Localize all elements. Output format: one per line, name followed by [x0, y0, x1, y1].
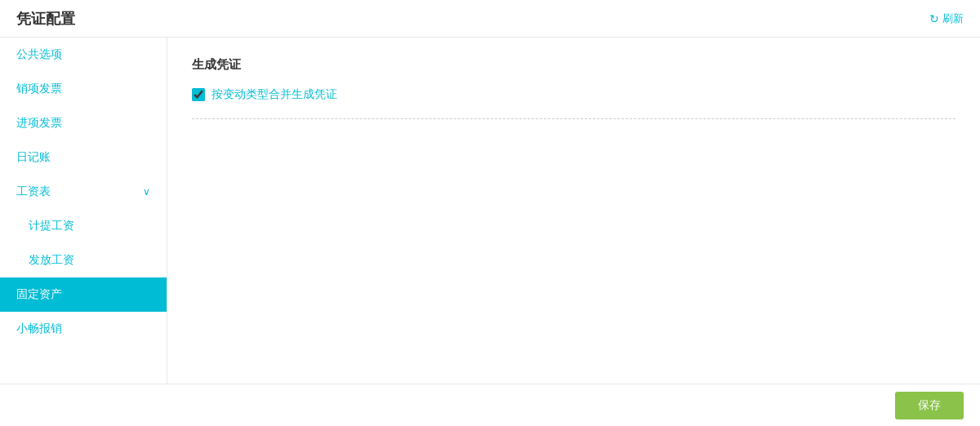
- page-title: 凭证配置: [16, 9, 75, 29]
- sidebar-item-label: 公共选项: [16, 47, 62, 62]
- refresh-button[interactable]: ↻ 刷新: [929, 11, 964, 26]
- sidebar-item-pay-payroll[interactable]: 发放工资: [0, 243, 167, 277]
- sidebar-item-label: 日记账: [16, 150, 51, 165]
- section-title: 生成凭证: [192, 57, 956, 73]
- sidebar-item-sales-invoice[interactable]: 销项发票: [0, 72, 167, 106]
- page-wrapper: 凭证配置 ↻ 刷新 公共选项 销项发票 进项发票 日记账 工资表 ∨: [0, 0, 980, 426]
- sidebar-item-journal[interactable]: 日记账: [0, 140, 167, 175]
- section-divider: [192, 118, 956, 119]
- footer: 保存: [0, 384, 980, 426]
- sidebar-item-calc-payroll[interactable]: 计提工资: [0, 209, 167, 243]
- body: 公共选项 销项发票 进项发票 日记账 工资表 ∨ 计提工资 发放工资 固定资: [0, 38, 980, 384]
- merge-by-type-checkbox[interactable]: [192, 88, 205, 101]
- sidebar-item-label: 发放工资: [29, 253, 74, 268]
- sidebar: 公共选项 销项发票 进项发票 日记账 工资表 ∨ 计提工资 发放工资 固定资: [0, 38, 167, 384]
- sidebar-item-label: 销项发票: [16, 82, 62, 96]
- sidebar-item-label: 小畅报销: [16, 322, 62, 336]
- chevron-down-icon: ∨: [143, 186, 150, 197]
- sidebar-item-petty-expense[interactable]: 小畅报销: [0, 312, 167, 346]
- refresh-label: 刷新: [942, 11, 964, 26]
- sidebar-item-fixed-assets[interactable]: 固定资产: [0, 277, 167, 312]
- sidebar-item-label: 计提工资: [29, 219, 74, 233]
- sidebar-item-public-options[interactable]: 公共选项: [0, 38, 167, 72]
- header: 凭证配置 ↻ 刷新: [0, 0, 980, 38]
- checkbox-label[interactable]: 按变动类型合并生成凭证: [212, 87, 337, 102]
- sidebar-item-label: 工资表: [16, 184, 51, 199]
- sidebar-item-purchase-invoice[interactable]: 进项发票: [0, 106, 167, 140]
- checkbox-row: 按变动类型合并生成凭证: [192, 87, 956, 102]
- refresh-icon: ↻: [929, 12, 939, 25]
- sidebar-item-payroll[interactable]: 工资表 ∨: [0, 175, 167, 209]
- sidebar-item-label: 进项发票: [16, 116, 62, 131]
- sidebar-item-label: 固定资产: [16, 287, 62, 302]
- main-content: 生成凭证 按变动类型合并生成凭证: [167, 38, 980, 384]
- save-button[interactable]: 保存: [895, 392, 964, 419]
